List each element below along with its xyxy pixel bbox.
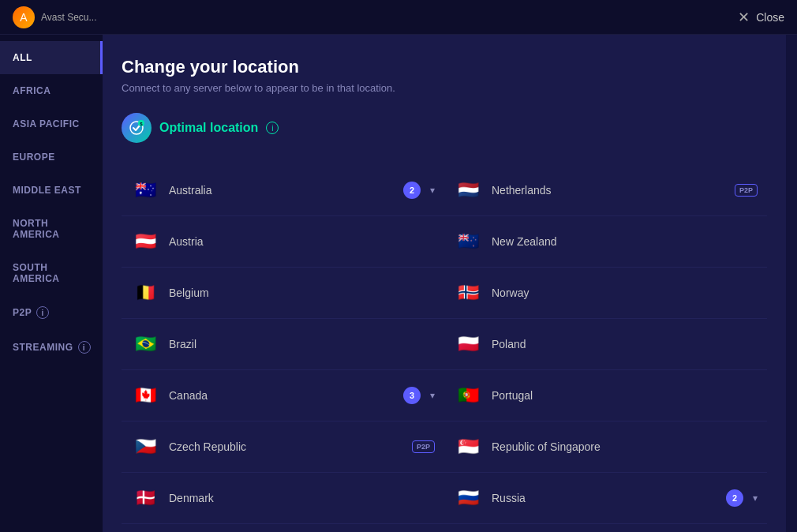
countries-left-column: 🇦🇺 Australia 2 ▾ 🇦🇹 Austria 🇧🇪 Belgium: [122, 165, 444, 532]
sidebar-item-europe[interactable]: EUROPE: [0, 140, 103, 174]
flag-netherlands: 🇳🇱: [454, 176, 482, 204]
sidebar-item-all-label: ALL: [13, 52, 32, 63]
country-row-czech-republic[interactable]: 🇨🇿 Czech Republic P2P: [122, 421, 444, 473]
country-row-south-africa[interactable]: 🇿🇦 South Africa: [444, 524, 767, 532]
countries-right-column: 🇳🇱 Netherlands P2P 🇳🇿 New Zealand 🇳🇴 Nor…: [444, 165, 767, 532]
country-row-poland[interactable]: 🇵🇱 Poland: [444, 319, 767, 370]
flag-portugal: 🇵🇹: [454, 381, 482, 410]
close-button[interactable]: ✕ Close: [738, 9, 784, 26]
streaming-info-icon[interactable]: i: [78, 341, 91, 354]
country-name-new-zealand: New Zealand: [492, 235, 758, 248]
country-name-australia: Australia: [169, 184, 394, 197]
sidebar-item-streaming[interactable]: STREAMING i: [0, 330, 103, 365]
sidebar: ALL AFRICA ASIA PACIFIC EUROPE MIDDLE EA…: [0, 35, 103, 532]
chevron-australia: ▾: [430, 185, 435, 196]
country-name-russia: Russia: [492, 492, 717, 504]
sidebar-item-middle-east-label: MIDDLE EAST: [13, 185, 81, 196]
sidebar-item-asia-pacific[interactable]: ASIA PACIFIC: [0, 107, 103, 140]
flag-australia: 🇦🇺: [131, 176, 159, 204]
p2p-badge-netherlands: P2P: [735, 184, 758, 197]
app-container: A Avast Secu... ✕ Close ALL AFRICA ASIA …: [0, 0, 797, 532]
p2p-badge-czech: P2P: [412, 440, 435, 453]
main-content: Change your location Connect to any serv…: [103, 35, 786, 532]
flag-belgium: 🇧🇪: [131, 279, 159, 307]
country-row-australia[interactable]: 🇦🇺 Australia 2 ▾: [122, 165, 444, 216]
country-row-russia[interactable]: 🇷🇺 Russia 2 ▾: [444, 473, 767, 524]
country-name-singapore: Republic of Singapore: [492, 440, 758, 453]
badge-australia: 2: [403, 182, 421, 199]
sidebar-item-all[interactable]: ALL: [0, 41, 103, 74]
country-name-belgium: Belgium: [169, 287, 435, 299]
sidebar-item-africa-label: AFRICA: [13, 85, 51, 96]
chevron-canada: ▾: [430, 390, 435, 401]
page-title: Change your location: [122, 57, 767, 77]
countries-grid: 🇦🇺 Australia 2 ▾ 🇦🇹 Austria 🇧🇪 Belgium: [122, 165, 767, 532]
chevron-russia: ▾: [753, 493, 758, 504]
badge-canada: 3: [403, 387, 421, 404]
country-row-singapore[interactable]: 🇸🇬 Republic of Singapore: [444, 421, 767, 473]
flag-poland: 🇵🇱: [454, 330, 482, 358]
app-icon: A: [13, 6, 35, 28]
flag-russia: 🇷🇺: [454, 484, 482, 512]
optimal-location-row[interactable]: $ Optimal location i: [122, 113, 767, 143]
country-name-czech-republic: Czech Republic: [169, 440, 402, 453]
flag-brazil: 🇧🇷: [131, 330, 159, 358]
sidebar-item-north-america-label: NORTH AMERICA: [13, 218, 90, 240]
sidebar-item-europe-label: EUROPE: [13, 152, 55, 163]
flag-canada: 🇨🇦: [131, 381, 159, 410]
flag-austria: 🇦🇹: [131, 227, 159, 256]
optimal-info-icon[interactable]: i: [266, 122, 279, 134]
app-name: Avast Secu...: [41, 12, 96, 23]
sidebar-item-south-america[interactable]: SOUTH AMERICA: [0, 251, 103, 295]
flag-norway: 🇳🇴: [454, 279, 482, 307]
sidebar-item-north-america[interactable]: NORTH AMERICA: [0, 207, 103, 251]
sidebar-item-streaming-label: STREAMING: [13, 342, 73, 353]
country-row-austria[interactable]: 🇦🇹 Austria: [122, 216, 444, 268]
flag-czech-republic: 🇨🇿: [131, 433, 159, 461]
optimal-location-label: Optimal location: [159, 121, 258, 135]
country-name-netherlands: Netherlands: [492, 184, 725, 197]
country-row-belgium[interactable]: 🇧🇪 Belgium: [122, 268, 444, 319]
sidebar-item-p2p[interactable]: P2P i: [0, 295, 103, 330]
sidebar-item-africa[interactable]: AFRICA: [0, 74, 103, 107]
close-icon: ✕: [738, 9, 750, 26]
flag-denmark: 🇩🇰: [131, 484, 159, 512]
country-row-denmark[interactable]: 🇩🇰 Denmark: [122, 473, 444, 524]
countries-section: 🇦🇺 Australia 2 ▾ 🇦🇹 Austria 🇧🇪 Belgium: [122, 165, 767, 532]
scrollbar[interactable]: [786, 35, 797, 532]
flag-new-zealand: 🇳🇿: [454, 227, 482, 256]
sidebar-item-p2p-label: P2P: [13, 307, 32, 318]
country-row-new-zealand[interactable]: 🇳🇿 New Zealand: [444, 216, 767, 268]
country-row-norway[interactable]: 🇳🇴 Norway: [444, 268, 767, 319]
country-name-norway: Norway: [492, 287, 758, 299]
sidebar-item-middle-east[interactable]: MIDDLE EAST: [0, 174, 103, 207]
country-name-brazil: Brazil: [169, 338, 435, 350]
close-label: Close: [756, 11, 784, 24]
badge-russia: 2: [726, 489, 743, 507]
sidebar-item-asia-pacific-label: ASIA PACIFIC: [13, 118, 80, 129]
country-row-portugal[interactable]: 🇵🇹 Portugal: [444, 370, 767, 421]
country-name-portugal: Portugal: [492, 389, 758, 402]
sidebar-item-south-america-label: SOUTH AMERICA: [13, 262, 90, 284]
p2p-info-icon[interactable]: i: [36, 306, 49, 319]
country-row-netherlands[interactable]: 🇳🇱 Netherlands P2P: [444, 165, 767, 216]
country-name-canada: Canada: [169, 389, 394, 402]
country-name-denmark: Denmark: [169, 492, 435, 504]
country-row-finland[interactable]: 🇫🇮 Finland: [122, 524, 444, 532]
country-row-brazil[interactable]: 🇧🇷 Brazil: [122, 319, 444, 370]
country-name-poland: Poland: [492, 338, 758, 350]
top-bar: A Avast Secu... ✕ Close: [0, 0, 797, 35]
optimal-icon: $: [122, 113, 152, 143]
page-subtitle: Connect to any server below to appear to…: [122, 82, 767, 94]
flag-singapore: 🇸🇬: [454, 433, 482, 461]
country-row-canada[interactable]: 🇨🇦 Canada 3 ▾: [122, 370, 444, 421]
country-name-austria: Austria: [169, 235, 435, 248]
